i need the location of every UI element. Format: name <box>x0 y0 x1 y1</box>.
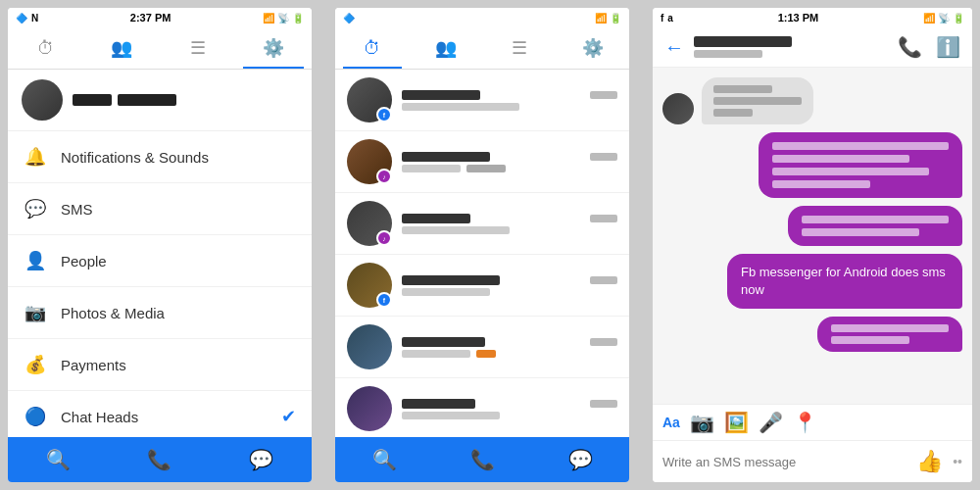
tab-bar-1: ⏱ 👥 ☰ ⚙️ <box>8 27 312 70</box>
chatheads-icon: 🔵 <box>24 405 47 428</box>
conv-badge-3: ♪ <box>376 230 392 246</box>
mic-toolbar-icon[interactable]: 🎤 <box>759 411 783 434</box>
sms-label: SMS <box>61 201 296 218</box>
msg-bar-r1 <box>713 85 772 93</box>
image-toolbar-icon[interactable]: 🖼️ <box>724 411 749 434</box>
settings-list: 🔔 Notifications & Sounds 💬 SMS 👤 People … <box>8 131 312 437</box>
amazon-icon-3: a <box>667 13 673 24</box>
camera-icon: 📷 <box>24 301 47 324</box>
conv-msg-bar-5a <box>402 350 470 358</box>
conv-text-5 <box>402 337 617 358</box>
location-toolbar-icon[interactable]: 📍 <box>793 411 817 434</box>
conv-name-bar-5 <box>402 337 485 347</box>
bubble-sent-1 <box>759 132 962 198</box>
profile-row[interactable] <box>8 70 312 131</box>
camera-toolbar-icon[interactable]: 📷 <box>690 411 714 434</box>
list-item[interactable]: ♪ <box>335 131 629 193</box>
settings-item-chatheads[interactable]: 🔵 Chat Heads ✔ <box>8 391 312 437</box>
conv-badge-2: ♪ <box>376 169 392 184</box>
wifi-icon-3: 📶 <box>923 13 935 24</box>
bubble-sent-text: Fb messenger for Android does sms now <box>727 254 962 309</box>
battery-icon-3: 🔋 <box>953 13 964 24</box>
conv-msg-bar-3 <box>402 226 510 234</box>
conv-tab-people[interactable]: 👥 <box>409 27 482 69</box>
conv-msg-bar-2b <box>466 165 506 172</box>
conv-time-bar-4 <box>590 276 617 284</box>
list-item[interactable]: f <box>335 70 629 131</box>
info-icon[interactable]: ℹ️ <box>936 35 960 59</box>
wifi-icon: 📶 <box>263 13 274 24</box>
status-bar-1: 🔷 N 2:37 PM 📶 📡 🔋 <box>8 8 312 27</box>
settings-item-payments[interactable]: 💰 Payments <box>8 339 312 391</box>
search-icon-nav2[interactable]: 🔍 <box>372 448 397 471</box>
status-icons-left: 🔷 N <box>16 13 38 24</box>
more-options-icon[interactable]: •• <box>953 454 962 469</box>
wifi-icon-2: 📶 <box>595 13 607 24</box>
conv-avatar-wrap-3: ♪ <box>347 201 392 246</box>
nfc-icon: N <box>31 13 38 24</box>
conv-tab-settings[interactable]: ⚙️ <box>556 27 629 69</box>
settings-item-people[interactable]: 👤 People <box>8 235 312 287</box>
conv-msg-bar-5b <box>476 350 496 358</box>
sms-icon: 💬 <box>24 197 47 220</box>
conv-time-bar-6 <box>590 400 617 408</box>
list-item[interactable] <box>335 317 629 378</box>
conv-avatar-5 <box>347 324 392 369</box>
status-icons-left-2: 🔷 <box>343 13 355 24</box>
people-icon: 👤 <box>24 249 47 272</box>
chat-icon-nav1[interactable]: 💬 <box>249 448 273 471</box>
conv-avatar-wrap-6 <box>347 386 392 431</box>
settings-item-photos[interactable]: 📷 Photos & Media <box>8 287 312 339</box>
list-item[interactable] <box>335 378 629 437</box>
settings-item-sms[interactable]: 💬 SMS <box>8 183 312 235</box>
tab-list[interactable]: ☰ <box>160 27 236 69</box>
msg-bar-s1b <box>772 155 909 163</box>
tab-people[interactable]: 👥 <box>84 27 161 69</box>
keyboard-icon[interactable]: Aa <box>662 415 680 430</box>
payment-icon: 💰 <box>24 353 47 376</box>
conv-tab-recent[interactable]: ⏱ <box>335 27 409 69</box>
conv-text-6 <box>402 399 617 419</box>
search-icon-nav1[interactable]: 🔍 <box>46 448 71 471</box>
conv-time-bar-5 <box>590 338 617 346</box>
bottom-nav-2: 🔍 📞 💬 <box>335 437 629 482</box>
check-icon: ✔ <box>281 406 296 427</box>
bubble-sent-3 <box>817 317 962 352</box>
list-item[interactable]: f <box>335 255 629 317</box>
message-received <box>662 77 962 124</box>
conv-text-3 <box>402 214 617 234</box>
list-item[interactable]: ♪ <box>335 193 629 255</box>
avatar <box>22 79 63 121</box>
chat-header: ← 📞 ℹ️ <box>653 27 972 68</box>
payments-label: Payments <box>61 357 296 373</box>
chat-input-row: 👍 •• <box>653 440 972 482</box>
profile-name-block <box>73 94 176 106</box>
conv-name-bar-2 <box>402 152 490 162</box>
conv-tab-list[interactable]: ☰ <box>482 27 556 69</box>
chat-icon-nav2[interactable]: 💬 <box>568 448 593 471</box>
conv-avatar-wrap-5 <box>347 324 392 369</box>
call-icon[interactable]: 📞 <box>898 35 922 59</box>
tab-recent[interactable]: ⏱ <box>8 27 84 69</box>
conv-name-bar-1 <box>402 90 480 100</box>
bluetooth-icon: 🔷 <box>16 13 27 24</box>
msg-bar-r3 <box>713 109 753 117</box>
send-like-icon[interactable]: 👍 <box>916 449 943 474</box>
message-sent-3 <box>662 317 962 352</box>
conv-msg-bar-6 <box>402 412 500 419</box>
phone-icon-nav1[interactable]: 📞 <box>147 448 172 471</box>
message-sent-1 <box>662 132 962 198</box>
tab-settings[interactable]: ⚙️ <box>236 27 313 69</box>
msg-bar-s2a <box>802 216 949 223</box>
bottom-nav-1: 🔍 📞 💬 <box>8 437 312 482</box>
conv-msg-bar-2a <box>402 165 461 172</box>
conv-msg-bar-4 <box>402 288 490 296</box>
phone-icon-nav2[interactable]: 📞 <box>470 448 495 471</box>
back-button[interactable]: ← <box>664 36 684 59</box>
conv-name-bar-4 <box>402 275 500 285</box>
chat-input[interactable] <box>662 455 906 469</box>
conv-time-bar-2 <box>590 153 617 161</box>
chat-toolbar-icons: Aa 📷 🖼️ 🎤 📍 <box>653 404 972 440</box>
settings-item-notifications[interactable]: 🔔 Notifications & Sounds <box>8 131 312 183</box>
bt-icon-3: f <box>661 13 663 24</box>
